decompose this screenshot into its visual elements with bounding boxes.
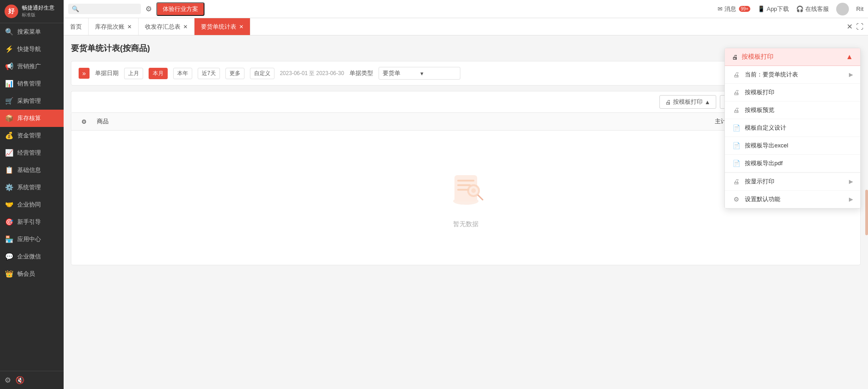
sound-footer-icon[interactable]: 🔇 — [15, 376, 25, 384]
dropdown-item-default-func[interactable]: ⚙ 设置默认功能 ▶ — [725, 191, 860, 208]
empty-icon — [445, 167, 486, 215]
right-scrollbar[interactable] — [865, 190, 868, 235]
operation-icon: 📈 — [5, 149, 14, 157]
app-logo: 好 畅捷通好生意 标准版 — [0, 0, 64, 23]
filter-expand-left-btn[interactable]: » — [79, 68, 90, 79]
col-setting[interactable]: ⚙ — [75, 114, 93, 130]
dropdown-item-default-func-label: 设置默认功能 — [745, 195, 780, 203]
app-download-item[interactable]: 📱 App下载 — [758, 5, 789, 13]
type-select-arrow: ▾ — [420, 70, 456, 77]
sidebar-item-label: 企业微信 — [17, 253, 41, 261]
sidebar-item-label: 经营管理 — [17, 149, 41, 157]
tab-collection-summary-label: 收发存汇总表 — [145, 23, 180, 31]
excel-icon: 📄 — [732, 142, 740, 149]
sidebar-item-vip[interactable]: 👑 畅会员 — [0, 265, 64, 283]
sidebar-item-purchase[interactable]: 🛒 采购管理 — [0, 92, 64, 110]
print-template-btn[interactable]: 🖨 按模板打印 ▲ — [659, 95, 716, 109]
tab-home[interactable]: 首页 — [64, 18, 89, 35]
settings-footer-icon[interactable]: ⚙ — [5, 376, 11, 384]
dropdown-item-export-pdf[interactable]: 📄 按模板导出pdf — [725, 155, 860, 172]
date-btn-custom[interactable]: 自定义 — [250, 68, 274, 79]
sidebar-item-system[interactable]: ⚙️ 系统管理 — [0, 179, 64, 196]
enterprise-icon: 🤝 — [5, 201, 14, 209]
sales-icon: 📊 — [5, 80, 14, 88]
date-btn-last7days[interactable]: 近7天 — [198, 68, 220, 79]
dropdown-item-template-design[interactable]: 📄 模板自定义设计 — [725, 119, 860, 137]
online-service-item[interactable]: 🎧 在线客服 — [796, 5, 829, 13]
svg-line-8 — [478, 195, 483, 200]
sidebar-item-wechat[interactable]: 💬 企业微信 — [0, 248, 64, 265]
display-print-arrow: ▶ — [849, 178, 853, 185]
quick-nav-icon: ⚡ — [5, 45, 14, 53]
date-btn-current-year[interactable]: 本年 — [173, 68, 192, 79]
dropdown-item-template-preview-label: 按模板预览 — [745, 106, 774, 114]
window-maximize-icon[interactable]: ⛶ — [856, 23, 863, 31]
type-select[interactable]: 要货单 ▾ — [379, 67, 460, 80]
sidebar-item-finance[interactable]: 💰 资金管理 — [0, 127, 64, 144]
sidebar-item-quick-nav[interactable]: ⚡ 快捷导航 — [0, 40, 64, 58]
sidebar-item-label: 畅会员 — [17, 270, 35, 278]
sidebar-item-enterprise[interactable]: 🤝 企业协同 — [0, 196, 64, 213]
sidebar-item-label: 系统管理 — [17, 183, 41, 192]
dropdown-item-display-print[interactable]: 🖨 按显示打印 ▶ — [725, 173, 860, 191]
default-func-icon: ⚙ — [732, 196, 740, 203]
finance-icon: 💰 — [5, 131, 14, 140]
message-icon: ✉ — [718, 5, 723, 12]
sidebar-item-basic[interactable]: 📋 基础信息 — [0, 162, 64, 179]
topbar-gear-icon[interactable]: ⚙ — [145, 5, 152, 13]
tab-order-stats-label: 要货单统计表 — [201, 23, 236, 31]
sidebar-item-label: 营销推广 — [17, 62, 41, 71]
sidebar-item-marketing[interactable]: 📢 营销推广 — [0, 58, 64, 75]
tab-batch-account-close[interactable]: ✕ — [127, 24, 132, 30]
print-arrow-icon: ▲ — [704, 99, 710, 106]
dropdown-item-export-excel[interactable]: 📄 按模板导出excel — [725, 137, 860, 155]
sidebar-item-sales[interactable]: 📊 销售管理 — [0, 75, 64, 92]
tab-order-stats[interactable]: 要货单统计表 ✕ — [195, 18, 250, 35]
dropdown-item-export-pdf-label: 按模板导出pdf — [745, 159, 783, 167]
sidebar-menu: 🔍 搜索菜单 ⚡ 快捷导航 📢 营销推广 📊 销售管理 🛒 采购管理 📦 库存核… — [0, 23, 64, 371]
dropdown-arrow-icon: ▶ — [849, 71, 853, 78]
inventory-icon: 📦 — [5, 114, 14, 122]
sidebar-item-operation[interactable]: 📈 经营管理 — [0, 144, 64, 162]
wechat-icon: 💬 — [5, 253, 14, 261]
tab-batch-account[interactable]: 库存批次账 ✕ — [89, 18, 139, 35]
sidebar-item-guide[interactable]: 🎯 新手引导 — [0, 213, 64, 231]
dropdown-print-icon: 🖨 — [732, 54, 738, 61]
dropdown-item-export-excel-label: 按模板导出excel — [745, 141, 788, 150]
window-close-icon[interactable]: ✕ — [847, 22, 853, 31]
sidebar-item-label: 搜索菜单 — [17, 28, 41, 36]
sidebar-item-label: 基础信息 — [17, 166, 41, 174]
message-badge: 99+ — [739, 6, 750, 12]
tab-collection-summary[interactable]: 收发存汇总表 ✕ — [139, 18, 195, 35]
date-btn-more[interactable]: 更多 — [225, 68, 244, 79]
tab-collection-summary-close[interactable]: ✕ — [183, 24, 188, 30]
topbar-search-box[interactable]: 🔍 — [68, 4, 141, 14]
sidebar-item-label: 新手引导 — [17, 218, 41, 226]
dropdown-item-current[interactable]: 🖨 当前：要货单统计表 ▶ — [725, 66, 860, 84]
sidebar-item-appstore[interactable]: 🏪 应用中心 — [0, 231, 64, 248]
appstore-icon: 🏪 — [5, 235, 14, 243]
sidebar-item-inventory[interactable]: 📦 库存核算 — [0, 110, 64, 127]
sidebar-item-label: 应用中心 — [17, 235, 41, 243]
trial-button[interactable]: 体验行业方案 — [156, 2, 205, 16]
svg-point-7 — [471, 188, 476, 193]
app-download-label: App下载 — [767, 5, 789, 13]
tab-order-stats-close[interactable]: ✕ — [239, 24, 244, 30]
date-btn-prev-month[interactable]: 上月 — [124, 68, 143, 79]
dropdown-item-template-preview[interactable]: 🖨 按模板预览 — [725, 101, 860, 119]
sidebar-item-search[interactable]: 🔍 搜索菜单 — [0, 23, 64, 40]
sidebar: 好 畅捷通好生意 标准版 🔍 搜索菜单 ⚡ 快捷导航 📢 营销推广 📊 销售管理… — [0, 0, 64, 389]
message-item[interactable]: ✉ 消息 99+ — [718, 5, 750, 13]
search-icon: 🔍 — [5, 28, 14, 36]
dropdown-close-btn[interactable]: ▲ — [846, 53, 853, 61]
topbar: 🔍 ⚙ 体验行业方案 ✉ 消息 99+ 📱 App下载 🎧 在线客服 Rit — [64, 0, 868, 18]
sidebar-item-label: 采购管理 — [17, 97, 41, 105]
type-select-value: 要货单 — [383, 69, 419, 77]
sidebar-item-label: 资金管理 — [17, 131, 41, 140]
date-btn-current-month[interactable]: 本月 — [149, 68, 168, 79]
avatar[interactable] — [836, 3, 849, 15]
purchase-icon: 🛒 — [5, 97, 14, 105]
svg-rect-2 — [457, 180, 474, 182]
dropdown-item-template-print[interactable]: 🖨 按模板打印 — [725, 84, 860, 101]
topbar-search-input[interactable] — [82, 6, 136, 12]
